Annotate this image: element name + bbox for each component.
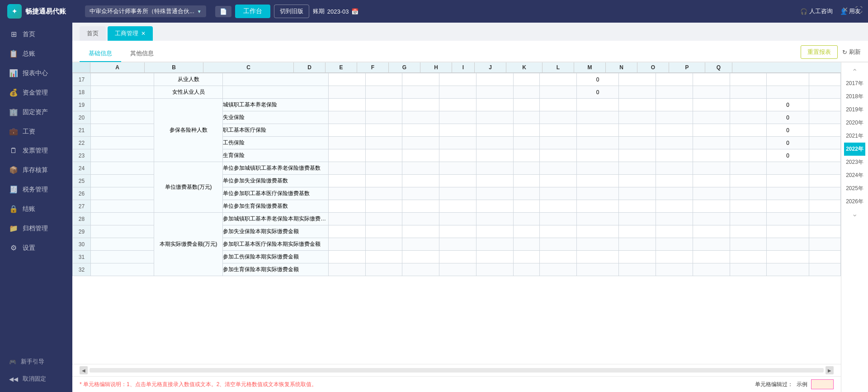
cell-j-24[interactable] bbox=[540, 162, 577, 175]
cell-c-28[interactable]: 参加城镇职工基本养老保险本期实际缴费金额 bbox=[223, 213, 329, 225]
cell-k-27[interactable] bbox=[576, 200, 618, 213]
cell-g-23[interactable] bbox=[439, 149, 476, 162]
cell-m-22[interactable] bbox=[656, 137, 693, 149]
cell-k-21[interactable] bbox=[576, 124, 618, 137]
cell-b-19[interactable]: 参保各险种人数 bbox=[154, 99, 223, 162]
cell-p-25[interactable] bbox=[767, 175, 809, 187]
cell-f-31[interactable] bbox=[402, 251, 439, 263]
year-scroll-down-button[interactable]: ⌄ bbox=[846, 208, 864, 219]
cell-f-17[interactable] bbox=[402, 73, 439, 86]
bottom-scrollbar[interactable]: ◀ ▶ bbox=[72, 364, 841, 376]
year-item-2023年[interactable]: 2023年 bbox=[844, 156, 865, 169]
cell-m-24[interactable] bbox=[656, 162, 693, 175]
cell-p-20[interactable]: 0 bbox=[767, 111, 809, 124]
cell-n-28[interactable] bbox=[693, 213, 730, 225]
cell-n-26[interactable] bbox=[693, 187, 730, 200]
cell-q-28[interactable] bbox=[809, 213, 840, 225]
cell-k-31[interactable] bbox=[576, 251, 618, 263]
cell-f-23[interactable] bbox=[402, 149, 439, 162]
cell-d-22[interactable] bbox=[328, 137, 365, 149]
cell-b-17[interactable]: 从业人数 bbox=[154, 73, 223, 86]
cell-o-29[interactable] bbox=[730, 225, 767, 238]
cell-d-26[interactable] bbox=[328, 187, 365, 200]
year-item-2017年[interactable]: 2017年 bbox=[844, 77, 865, 90]
cell-m-28[interactable] bbox=[656, 213, 693, 225]
cell-m-19[interactable] bbox=[656, 99, 693, 111]
cell-c-25[interactable]: 单位参加失业保险缴费基数 bbox=[223, 175, 329, 187]
cell-j-29[interactable] bbox=[540, 225, 577, 238]
reset-report-button[interactable]: 重置报表 bbox=[801, 45, 838, 59]
sidebar-item-capital[interactable]: 💰资金管理 bbox=[0, 83, 72, 102]
cell-e-21[interactable] bbox=[365, 124, 402, 137]
year-item-2020年[interactable]: 2020年 bbox=[844, 116, 865, 129]
cell-h-24[interactable] bbox=[476, 162, 513, 175]
cell-p-23[interactable]: 0 bbox=[767, 149, 809, 162]
cell-g-25[interactable] bbox=[439, 175, 476, 187]
cell-o-21[interactable] bbox=[730, 124, 767, 137]
cell-k-30[interactable] bbox=[576, 238, 618, 251]
cell-h-30[interactable] bbox=[476, 238, 513, 251]
cell-j-30[interactable] bbox=[540, 238, 577, 251]
cell-e-32[interactable] bbox=[365, 263, 402, 276]
cell-i-28[interactable] bbox=[513, 213, 539, 225]
cell-i-27[interactable] bbox=[513, 200, 539, 213]
tab-home[interactable]: 首页 bbox=[80, 26, 106, 41]
cell-a-27[interactable] bbox=[91, 200, 154, 213]
cell-q-25[interactable] bbox=[809, 175, 840, 187]
cell-l-22[interactable] bbox=[619, 137, 656, 149]
cell-l-27[interactable] bbox=[619, 200, 656, 213]
cell-a-24[interactable] bbox=[91, 162, 154, 175]
cell-e-17[interactable] bbox=[365, 73, 402, 86]
cell-n-32[interactable] bbox=[693, 263, 730, 276]
cell-d-27[interactable] bbox=[328, 200, 365, 213]
cell-h-25[interactable] bbox=[476, 175, 513, 187]
cell-d-23[interactable] bbox=[328, 149, 365, 162]
cell-c-21[interactable]: 职工基本医疗保险 bbox=[223, 124, 329, 137]
cell-k-32[interactable] bbox=[576, 263, 618, 276]
cell-m-18[interactable] bbox=[656, 86, 693, 99]
cell-h-27[interactable] bbox=[476, 200, 513, 213]
old-version-button[interactable]: 切到旧版 bbox=[274, 5, 309, 18]
cell-i-20[interactable] bbox=[513, 111, 539, 124]
cell-n-27[interactable] bbox=[693, 200, 730, 213]
cell-e-24[interactable] bbox=[365, 162, 402, 175]
cell-m-30[interactable] bbox=[656, 238, 693, 251]
cell-c-23[interactable]: 生育保险 bbox=[223, 149, 329, 162]
cell-l-17[interactable] bbox=[619, 73, 656, 86]
cell-a-20[interactable] bbox=[91, 111, 154, 124]
cell-d-28[interactable] bbox=[328, 213, 365, 225]
cell-f-18[interactable] bbox=[402, 86, 439, 99]
cell-f-32[interactable] bbox=[402, 263, 439, 276]
workbench-button[interactable]: 工作台 bbox=[235, 5, 270, 18]
year-item-2019年[interactable]: 2019年 bbox=[844, 103, 865, 116]
cell-g-27[interactable] bbox=[439, 200, 476, 213]
cell-e-23[interactable] bbox=[365, 149, 402, 162]
cell-o-20[interactable] bbox=[730, 111, 767, 124]
cell-e-30[interactable] bbox=[365, 238, 402, 251]
cell-a-29[interactable] bbox=[91, 225, 154, 238]
cell-q-29[interactable] bbox=[809, 225, 840, 238]
cell-d-18[interactable] bbox=[328, 86, 365, 99]
cell-o-19[interactable] bbox=[730, 99, 767, 111]
cell-i-31[interactable] bbox=[513, 251, 539, 263]
spreadsheet-body[interactable]: 17从业人数018女性从业人员019参保各险种人数城镇职工基本养老保险020失业… bbox=[72, 73, 841, 364]
cell-n-24[interactable] bbox=[693, 162, 730, 175]
cell-j-27[interactable] bbox=[540, 200, 577, 213]
cell-m-23[interactable] bbox=[656, 149, 693, 162]
sidebar-item-unpin[interactable]: ◀◀ 取消固定 bbox=[0, 370, 72, 387]
sidebar-item-payroll[interactable]: 💼工资 bbox=[0, 122, 72, 141]
cell-f-28[interactable] bbox=[402, 213, 439, 225]
cell-o-32[interactable] bbox=[730, 263, 767, 276]
cell-m-31[interactable] bbox=[656, 251, 693, 263]
cell-k-26[interactable] bbox=[576, 187, 618, 200]
cell-c-31[interactable]: 参加工伤保险本期实际缴费金额 bbox=[223, 251, 329, 263]
cell-q-17[interactable] bbox=[809, 73, 840, 86]
cell-d-30[interactable] bbox=[328, 238, 365, 251]
cell-p-27[interactable] bbox=[767, 200, 809, 213]
cell-m-32[interactable] bbox=[656, 263, 693, 276]
sidebar-item-close[interactable]: 🔒结账 bbox=[0, 199, 72, 219]
cell-n-20[interactable] bbox=[693, 111, 730, 124]
cell-h-22[interactable] bbox=[476, 137, 513, 149]
cell-c-18[interactable] bbox=[223, 86, 329, 99]
cell-o-24[interactable] bbox=[730, 162, 767, 175]
